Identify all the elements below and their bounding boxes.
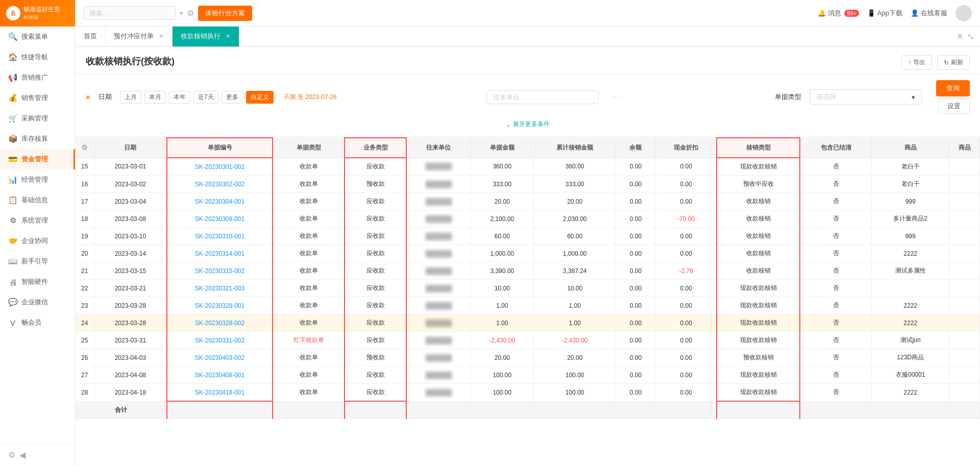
cell-balance: 0.00 [616,176,656,193]
topbar-gear-icon[interactable]: ⚙ [187,8,194,18]
date-last-month-btn[interactable]: 上月 [120,91,141,104]
summary-verify-type [717,401,799,419]
filter-expand-toggle[interactable]: » [86,92,90,102]
wechat-icon: 💬 [8,298,17,307]
cell-verify-type: 收款核销 [717,193,799,210]
query-button[interactable]: 查询 [936,80,970,96]
summary-biz-type [345,401,406,419]
tab-prepay[interactable]: 预付冲应付单 ✕ [106,27,173,46]
col-verified-header: 累计核销金额 [534,138,616,158]
date-more-btn[interactable]: 更多 [222,91,243,104]
doc-no-link[interactable]: SK-20230301-002 [195,163,244,170]
sidebar-item-finance[interactable]: 💳 资金管理 [0,149,75,169]
settings-bottom-icon[interactable]: ⚙ [8,450,15,460]
tab-verification-close-icon[interactable]: ✕ [226,33,231,40]
app-download-item[interactable]: 📱 App下载 [867,9,902,18]
sidebar-item-purchase[interactable]: 🛒 采购管理 [0,108,75,129]
sidebar-item-inventory[interactable]: 📦 库存核算 [0,129,75,149]
table-summary-row: 合计 [76,401,980,419]
sidebar-item-search[interactable]: 🔍 搜索菜单 [0,27,75,47]
cell-biz-type: 预收款 [345,176,406,193]
operations-icon: 📊 [8,175,17,184]
doc-type-select[interactable]: 请选择 ▾ [810,89,922,105]
cell-doc-type: 收款单 [273,280,345,297]
doc-no-link[interactable]: SK-20230403-002 [195,354,244,361]
date-this-month-btn[interactable]: 本月 [144,91,166,104]
doc-no-link[interactable]: SK-20230304-001 [195,198,244,205]
data-table-container: ⚙ 日期 单据编号 单据类型 业务类型 往来单位 单据金额 累计核销金额 余额 … [76,137,980,466]
sidebar-item-enterprise[interactable]: 🤝 企业协同 [0,231,75,251]
unit-search-input[interactable] [486,90,599,104]
cell-settled: 否 [800,176,872,193]
tab-home[interactable]: 首页 [76,27,106,46]
tab-close-icon[interactable]: ✕ [957,32,963,41]
online-service-item[interactable]: 👤 在线客服 [911,9,947,18]
summary-goods2 [949,401,980,419]
doc-no-link[interactable]: SK-20230321-003 [195,285,244,292]
cell-verify-type: 现款收款核销 [717,314,799,332]
sidebar-item-nav[interactable]: 🏠 快捷导航 [0,47,75,67]
cell-settled: 否 [800,280,872,297]
sidebar-item-operations[interactable]: 📊 经营管理 [0,169,75,190]
doc-no-link[interactable]: SK-20230302-002 [195,181,244,188]
sidebar-item-sales[interactable]: 💰 销售管理 [0,88,75,108]
doc-no-link[interactable]: SK-20230408-001 [195,372,244,379]
cell-no: 26 [76,349,94,366]
service-icon: 👤 [911,9,919,17]
doc-no-link[interactable]: SK-20230331-002 [195,337,244,344]
cell-date: 2023-04-03 [94,349,167,366]
date-custom-btn[interactable]: 自定义 [246,91,274,104]
cell-doc-type: 收款单 [273,228,345,245]
doc-no-link[interactable]: SK-20230314-001 [195,250,244,257]
refresh-icon: ↻ [944,59,949,66]
doc-no-link[interactable]: SK-20230328-002 [195,320,244,327]
cell-settled: 否 [800,297,872,314]
cell-unit: ██████ [406,228,470,245]
sidebar-item-basic-info[interactable]: 📋 基础信息 [0,190,75,210]
solution-button[interactable]: 体验行业方案 [198,6,252,21]
sidebar-item-marketing[interactable]: 📢 营销推广 [0,67,75,88]
sidebar-item-hardware[interactable]: 🖨 智能硬件 [0,272,75,292]
cell-doc-no: SK-20230403-002 [167,349,272,366]
cell-doc-type: 收款单 [273,297,345,314]
sidebar-item-wechat[interactable]: 💬 企业微信 [0,292,75,312]
cell-goods: 2222 [872,297,949,314]
cell-biz-type: 应收款 [345,228,406,245]
filter-row-1: » 日期 上月 本月 本年 近7天 更多 自定义 不限 至 2023-07-26… [86,80,970,114]
expand-down-icon: ⌄ [506,121,511,128]
doc-no-link[interactable]: SK-20230308-001 [195,215,244,223]
cell-verified: 100.00 [534,384,616,402]
sidebar-item-guide[interactable]: 📖 新手引导 [0,251,75,272]
refresh-button[interactable]: ↻ 刷新 [937,55,970,70]
settings-button[interactable]: 设置 [938,99,970,114]
col-settings-header[interactable]: ⚙ [76,138,94,158]
expand-conditions-btn[interactable]: ⌄ 展开更多条件 [86,118,970,131]
date-this-year-btn[interactable]: 本年 [169,91,190,104]
filter-bar: » 日期 上月 本月 本年 近7天 更多 自定义 不限 至 2023-07-26… [76,74,980,137]
tab-verification[interactable]: 收款核销执行 ✕ [173,27,239,46]
sidebar-item-member[interactable]: V 畅会员 [0,312,75,333]
sidebar-item-system[interactable]: ⚙ 系统管理 [0,210,75,231]
collapse-icon[interactable]: ◀ [19,450,26,460]
tab-expand-icon[interactable]: ⤡ [967,32,974,41]
cell-doc-type: 收款单 [273,314,345,332]
sidebar: 6 畅康道好生意 标推版 🔍 搜索菜单 🏠 快捷导航 📢 营销推广 💰 销售管理… [0,0,76,466]
cell-unit: ██████ [406,366,470,384]
cell-unit: ██████ [406,210,470,228]
cell-no: 19 [76,228,94,245]
app-logo: 6 畅康道好生意 标推版 [0,0,75,27]
topbar-search-input[interactable] [84,6,176,20]
date-7days-btn[interactable]: 近7天 [193,91,218,104]
export-button[interactable]: ↑ 导出 [901,55,932,70]
tab-prepay-close-icon[interactable]: ✕ [159,33,164,40]
messages-item[interactable]: 🔔 消息 99+ [818,9,859,18]
page-title: 收款核销执行(按收款) [86,55,175,73]
doc-no-link[interactable]: SK-20230328-001 [195,302,244,309]
cell-goods2 [949,332,980,349]
doc-no-link[interactable]: SK-20230418-001 [195,389,244,396]
column-settings-icon[interactable]: ⚙ [81,143,88,152]
doc-no-link[interactable]: SK-20230315-002 [195,267,244,275]
cell-amount: 1.00 [471,297,534,314]
doc-no-link[interactable]: SK-20230310-001 [195,233,244,240]
user-avatar[interactable] [955,5,972,21]
